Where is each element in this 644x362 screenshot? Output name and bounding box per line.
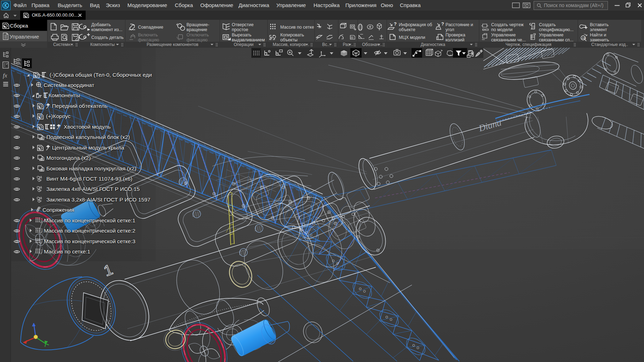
svg-text:?: ?	[394, 21, 397, 27]
svg-text:11: 11	[19, 59, 21, 61]
svg-text:?: ?	[441, 21, 444, 27]
svg-text:12: 12	[19, 63, 21, 65]
svg-text:АВ: АВ	[582, 36, 586, 40]
